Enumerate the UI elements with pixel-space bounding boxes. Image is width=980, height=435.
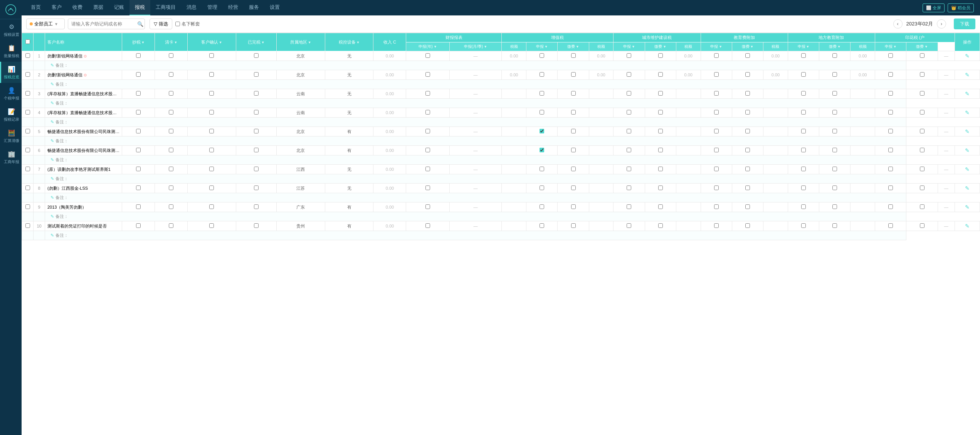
zengzhi-jf-cell[interactable] <box>558 108 589 118</box>
zengzhi-sb-cell[interactable] <box>526 202 558 212</box>
col-region-header[interactable]: 所属地区▼ <box>276 33 325 51</box>
difang-jf-cell[interactable] <box>819 202 851 212</box>
caibao-year-cell[interactable] <box>406 89 449 99</box>
difang-jf-cell[interactable] <box>819 70 851 80</box>
confirm-cell[interactable] <box>187 108 236 118</box>
sidebar-item-tax-overview[interactable]: 📊 报税总览 <box>0 62 22 83</box>
chaoshui-cell[interactable] <box>122 221 155 231</box>
caibao-year-cell[interactable] <box>406 51 449 61</box>
difang-jf-cell[interactable] <box>819 184 851 193</box>
row-select-checkbox[interactable] <box>22 51 34 61</box>
jy-sb-header[interactable]: 申报▼ <box>701 42 732 51</box>
yinhua-jf-cell[interactable] <box>906 70 938 80</box>
df-jf-header[interactable]: 缴费▼ <box>819 42 851 51</box>
note-content[interactable]: ✎备注： <box>45 174 906 184</box>
difang-jf-cell[interactable] <box>819 108 851 118</box>
caibao-year-header[interactable]: 申报(年)▼ <box>406 42 449 51</box>
yinhua-sb-cell[interactable] <box>875 108 906 118</box>
row-select-checkbox[interactable] <box>22 202 34 212</box>
zengzhi-jf-cell[interactable] <box>558 127 589 137</box>
difang-sb-cell[interactable] <box>788 165 819 174</box>
yinhua-jf-cell[interactable] <box>906 108 938 118</box>
select-all-checkbox[interactable] <box>25 39 30 44</box>
chengshi-sb-cell[interactable] <box>614 70 645 80</box>
chaoshui-cell[interactable] <box>122 184 155 193</box>
sidebar-item-batch-tax[interactable]: 📋 批量报税 <box>0 40 22 62</box>
difang-jf-cell[interactable] <box>819 89 851 99</box>
sidebar-item-tax-settings[interactable]: ⚙ 报税设置 <box>0 19 22 40</box>
note-content[interactable]: ✎备注： <box>45 212 906 221</box>
chengshi-jf-cell[interactable] <box>645 221 676 231</box>
yinhua-jf-cell[interactable] <box>906 184 938 193</box>
jiaoyu-jf-cell[interactable] <box>732 202 763 212</box>
jiaoyu-jf-cell[interactable] <box>732 70 763 80</box>
row-select-checkbox[interactable] <box>22 221 34 231</box>
chengshi-sb-cell[interactable] <box>614 221 645 231</box>
yinhua-sb-cell[interactable] <box>875 184 906 193</box>
qingka-cell[interactable] <box>155 184 187 193</box>
yinhua-sb-cell[interactable] <box>875 146 906 155</box>
qingka-cell[interactable] <box>155 70 187 80</box>
chaoshui-cell[interactable] <box>122 51 155 61</box>
operation-cell[interactable]: ✎ <box>955 89 980 99</box>
col-device-header[interactable]: 税控设备▼ <box>325 33 373 51</box>
jiaoyu-jf-cell[interactable] <box>732 108 763 118</box>
difang-jf-cell[interactable] <box>819 51 851 61</box>
yh-sb-header[interactable]: 申报▼ <box>875 42 906 51</box>
paid-cell[interactable] <box>236 70 276 80</box>
jiaoyu-sb-cell[interactable] <box>701 146 732 155</box>
edit-button[interactable]: ✎ <box>965 53 970 59</box>
edit-button[interactable]: ✎ <box>965 91 970 97</box>
chengshi-sb-cell[interactable] <box>614 127 645 137</box>
caibao-month-header[interactable]: 申报(月/季)▼ <box>449 42 502 51</box>
difang-sb-cell[interactable] <box>788 108 819 118</box>
confirm-cell[interactable] <box>187 165 236 174</box>
nav-operations[interactable]: 经营 <box>223 0 244 15</box>
caibao-year-cell[interactable] <box>406 146 449 155</box>
caibao-year-cell[interactable] <box>406 165 449 174</box>
row-select-checkbox[interactable] <box>22 89 34 99</box>
caibao-year-cell[interactable] <box>406 202 449 212</box>
difang-sb-cell[interactable] <box>788 184 819 193</box>
zengzhi-sb-cell[interactable] <box>526 221 558 231</box>
chengshi-sb-cell[interactable] <box>614 202 645 212</box>
yinhua-sb-cell[interactable] <box>875 221 906 231</box>
edit-button[interactable]: ✎ <box>965 204 970 210</box>
confirm-cell[interactable] <box>187 146 236 155</box>
edit-button[interactable]: ✎ <box>965 110 970 116</box>
chengshi-jf-cell[interactable] <box>645 127 676 137</box>
difang-sb-cell[interactable] <box>788 127 819 137</box>
yinhua-jf-cell[interactable] <box>906 89 938 99</box>
difang-jf-cell[interactable] <box>819 146 851 155</box>
row-select-checkbox[interactable] <box>22 108 34 118</box>
chengshi-sb-cell[interactable] <box>614 146 645 155</box>
chengshi-jf-cell[interactable] <box>645 202 676 212</box>
download-button[interactable]: 下载 <box>954 19 975 29</box>
sidebar-item-personal-tax[interactable]: 👤 个税申报 <box>0 83 22 104</box>
zengzhi-jf-cell[interactable] <box>558 146 589 155</box>
vip-button[interactable]: 👑 稻会员 <box>948 3 974 12</box>
edit-button[interactable]: ✎ <box>965 185 970 191</box>
paid-cell[interactable] <box>236 165 276 174</box>
operation-cell[interactable]: ✎ <box>955 221 980 231</box>
zz-jf-header[interactable]: 缴费▼ <box>558 42 589 51</box>
col-chaoshui-header[interactable]: 抄税▼ <box>122 33 155 51</box>
paid-cell[interactable] <box>236 51 276 61</box>
jiaoyu-sb-cell[interactable] <box>701 70 732 80</box>
paid-cell[interactable] <box>236 127 276 137</box>
zz-sb-header[interactable]: 申报▼ <box>526 42 558 51</box>
chengshi-jf-cell[interactable] <box>645 165 676 174</box>
jiaoyu-jf-cell[interactable] <box>732 184 763 193</box>
note-content[interactable]: ✎备注： <box>45 61 906 70</box>
qingka-cell[interactable] <box>155 146 187 155</box>
jiaoyu-sb-cell[interactable] <box>701 51 732 61</box>
difang-sb-cell[interactable] <box>788 146 819 155</box>
chaoshui-cell[interactable] <box>122 70 155 80</box>
nav-settings[interactable]: 设置 <box>264 0 285 15</box>
yinhua-jf-cell[interactable] <box>906 202 938 212</box>
note-content[interactable]: ✎备注： <box>45 193 906 202</box>
yinhua-sb-cell[interactable] <box>875 127 906 137</box>
note-content[interactable]: ✎备注： <box>45 118 906 127</box>
caibao-year-cell[interactable] <box>406 221 449 231</box>
zengzhi-sb-cell[interactable] <box>526 184 558 193</box>
